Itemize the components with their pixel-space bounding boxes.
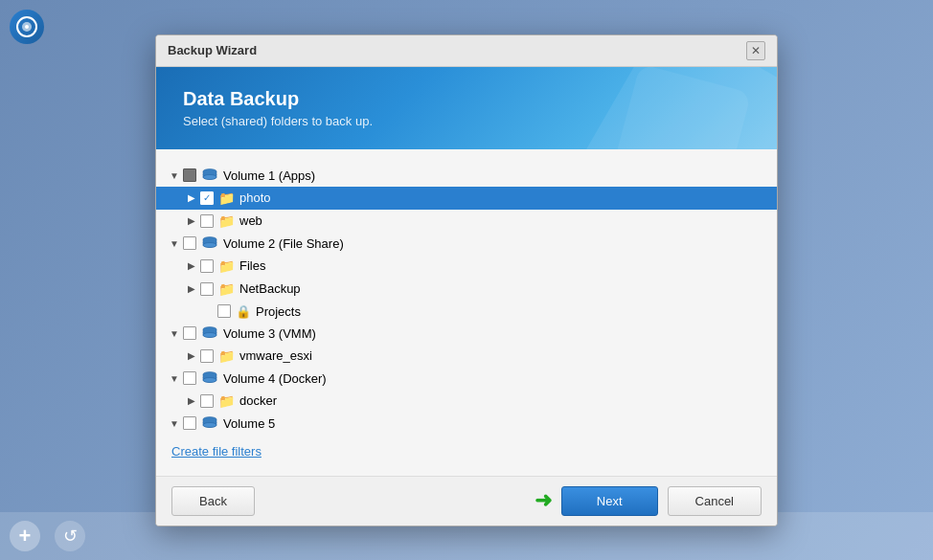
collapse-arrow-icon[interactable]: [168, 168, 181, 182]
tree-item-label: Volume 4 (Docker): [223, 371, 327, 386]
tree-checkbox[interactable]: [200, 282, 214, 296]
tree-checkbox[interactable]: [183, 326, 196, 340]
expand-arrow-icon[interactable]: [185, 349, 198, 363]
modal-overlay: Backup Wizard ✕ Data Backup Select (shar…: [0, 0, 933, 560]
tree-checkbox[interactable]: [183, 416, 196, 430]
folder-icon: 📁: [218, 190, 235, 206]
lock-icon: 🔒: [236, 304, 251, 319]
modal-close-button[interactable]: ✕: [746, 41, 765, 60]
expand-arrow-icon[interactable]: [185, 191, 198, 205]
tree-item-projects[interactable]: 🔒Projects: [156, 301, 777, 323]
modal-title: Backup Wizard: [168, 43, 257, 57]
expand-arrow-icon[interactable]: [185, 282, 198, 296]
tree-checkbox[interactable]: [200, 394, 214, 408]
tree-item-label: Projects: [256, 304, 301, 319]
collapse-arrow-icon[interactable]: [168, 326, 181, 340]
expand-arrow-icon[interactable]: [185, 259, 198, 273]
tree-checkbox[interactable]: [183, 236, 196, 250]
tree-item-label: vmware_esxi: [239, 348, 312, 363]
tree-checkbox[interactable]: [200, 214, 214, 228]
desktop: + ↺ Backup Wizard ✕ Data Backup Select (…: [0, 0, 933, 560]
tree-checkbox[interactable]: [183, 371, 196, 385]
modal-titlebar: Backup Wizard ✕: [156, 35, 777, 67]
tree-checkbox[interactable]: [200, 349, 214, 363]
database-icon: [201, 168, 218, 182]
tree-item-web[interactable]: 📁web: [156, 210, 777, 233]
tree-item-vol1[interactable]: Volume 1 (Apps): [156, 165, 777, 187]
tree-item-vol4[interactable]: Volume 4 (Docker): [156, 368, 777, 390]
tree-item-files[interactable]: 📁Files: [156, 255, 777, 278]
modal-header-title: Data Backup: [183, 88, 750, 110]
tree-item-label: photo: [239, 190, 271, 205]
tree-item-netbackup[interactable]: 📁NetBackup: [156, 278, 777, 301]
collapse-arrow-icon[interactable]: [168, 416, 181, 430]
tree-item-label: NetBackup: [239, 281, 301, 296]
svg-point-4: [203, 175, 216, 180]
folder-icon: 📁: [218, 348, 235, 364]
modal-header-subtitle: Select (shared) folders to back up.: [183, 114, 750, 128]
folder-icon: 📁: [218, 281, 235, 297]
create-filter-link[interactable]: Create file filters: [156, 438, 777, 464]
tree-checkbox[interactable]: ✓: [200, 191, 214, 205]
next-button[interactable]: Next: [561, 486, 658, 516]
tree-item-vol3[interactable]: Volume 3 (VMM): [156, 323, 777, 345]
expand-arrow-icon[interactable]: [185, 214, 198, 228]
tree-item-label: Files: [239, 258, 265, 273]
back-button[interactable]: Back: [171, 486, 255, 516]
expand-arrow-icon[interactable]: [185, 394, 198, 408]
database-icon: [201, 416, 218, 430]
tree-item-label: Volume 5: [223, 416, 275, 431]
svg-point-8: [203, 333, 216, 338]
cancel-button[interactable]: Cancel: [668, 486, 762, 516]
database-icon: [201, 371, 218, 385]
tree-item-vmware[interactable]: 📁vmware_esxi: [156, 345, 777, 368]
svg-point-12: [203, 423, 216, 428]
folder-icon: 📁: [218, 258, 235, 274]
tree-item-label: Volume 1 (Apps): [223, 168, 315, 183]
tree-item-docker[interactable]: 📁docker: [156, 390, 777, 413]
tree-checkbox[interactable]: [217, 304, 231, 318]
tree-item-label: Volume 2 (File Share): [223, 236, 344, 251]
footer-right: ➜ Next Cancel: [535, 486, 762, 516]
tree-item-vol2[interactable]: Volume 2 (File Share): [156, 233, 777, 255]
folder-tree[interactable]: Volume 1 (Apps)✓📁photo📁web Volume 2 (Fil…: [156, 161, 777, 438]
modal-header-banner: Data Backup Select (shared) folders to b…: [156, 67, 777, 149]
tree-checkbox[interactable]: [200, 259, 214, 273]
folder-icon: 📁: [218, 393, 235, 409]
svg-point-6: [203, 243, 216, 248]
database-icon: [201, 326, 218, 340]
folder-icon: 📁: [218, 213, 235, 229]
tree-item-label: web: [239, 213, 262, 228]
collapse-arrow-icon[interactable]: [168, 236, 181, 250]
tree-item-vol5[interactable]: Volume 5: [156, 413, 777, 435]
svg-point-10: [203, 378, 216, 383]
tree-item-label: Volume 3 (VMM): [223, 326, 316, 341]
modal-body: Volume 1 (Apps)✓📁photo📁web Volume 2 (Fil…: [156, 149, 777, 476]
collapse-arrow-icon[interactable]: [168, 371, 181, 385]
modal-footer: Back ➜ Next Cancel: [156, 476, 777, 526]
tree-checkbox[interactable]: [183, 168, 196, 182]
database-icon: [201, 236, 218, 250]
next-arrow-indicator: ➜: [535, 488, 552, 513]
tree-item-label: docker: [239, 393, 277, 408]
footer-left: Back: [171, 486, 255, 516]
backup-wizard-modal: Backup Wizard ✕ Data Backup Select (shar…: [155, 34, 778, 526]
tree-item-photo[interactable]: ✓📁photo: [156, 187, 777, 210]
